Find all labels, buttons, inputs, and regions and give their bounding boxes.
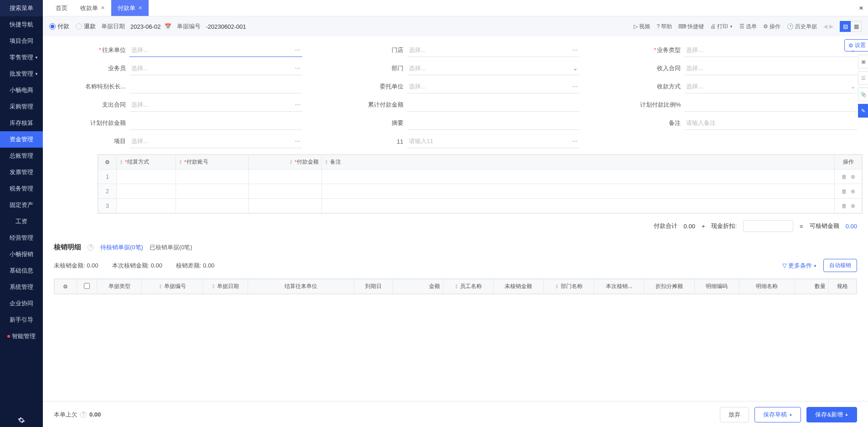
sidebar-item-reimburse[interactable]: 小畅报销 bbox=[0, 246, 43, 262]
shortcut-button[interactable]: ⌨快捷键 bbox=[678, 23, 704, 31]
sidebar-item-search[interactable]: 搜索菜单 bbox=[0, 0, 43, 16]
table-row[interactable]: 1🗑⊕ bbox=[98, 170, 862, 184]
radio-refund[interactable]: 退款 bbox=[76, 22, 96, 31]
accpay-input[interactable] bbox=[407, 98, 580, 112]
more-icon[interactable]: ⋯ bbox=[295, 138, 300, 144]
save-draft-button[interactable]: 保存草稿▲ bbox=[754, 407, 801, 422]
add-row-icon[interactable]: ⊕ bbox=[851, 188, 855, 195]
sidebar-item-system[interactable]: 系统管理 bbox=[0, 279, 43, 295]
sidebar-item-salary[interactable]: 工资 bbox=[0, 213, 43, 230]
sidebar-item-business[interactable]: 经营管理 bbox=[0, 230, 43, 246]
sidebar-item-wholesale[interactable]: 批发管理▼ bbox=[0, 66, 43, 82]
dept-input[interactable] bbox=[407, 62, 580, 75]
rail-btn-1[interactable]: ▣ bbox=[858, 55, 868, 68]
content-scroll[interactable]: ⚙设置 *往来单位⋯ 门店⋯ *业务类型⌄ 业务员⋯ 部门⌄ 收入合同 名称特别… bbox=[43, 36, 868, 427]
add-row-icon[interactable]: ⊕ bbox=[851, 203, 855, 209]
option-button[interactable]: ☰选单 bbox=[739, 23, 757, 31]
more-icon[interactable]: ⋯ bbox=[572, 138, 578, 144]
table-gear-icon[interactable]: ⚙ bbox=[105, 159, 110, 165]
summary-input[interactable] bbox=[407, 116, 580, 130]
tab-pending-writeoff[interactable]: 待核销单据(0笔) bbox=[100, 243, 143, 252]
sort-icon[interactable]: ▲▼ bbox=[555, 284, 559, 289]
sort-icon[interactable]: ▲▼ bbox=[289, 159, 293, 165]
planamt-input[interactable] bbox=[129, 116, 302, 130]
delete-icon[interactable]: 🗑 bbox=[842, 174, 847, 180]
sort-icon[interactable]: ▲▼ bbox=[179, 159, 182, 165]
tab-payment[interactable]: 付款单✕ bbox=[111, 0, 149, 16]
calendar-icon[interactable]: 📅 bbox=[165, 23, 171, 30]
more-icon[interactable]: ⋯ bbox=[572, 47, 578, 53]
radio-pay[interactable]: 付款 bbox=[49, 22, 69, 31]
delete-icon[interactable]: 🗑 bbox=[842, 188, 847, 195]
table-row[interactable]: 2🗑⊕ bbox=[98, 184, 862, 199]
sidebar-item-ecommerce[interactable]: 小畅电商 bbox=[0, 82, 43, 98]
more-icon[interactable]: ⋯ bbox=[295, 102, 300, 108]
sidebar-item-invoice[interactable]: 发票管理 bbox=[0, 164, 43, 180]
tab-home[interactable]: 首页 bbox=[49, 0, 74, 16]
sort-icon[interactable]: ▲▼ bbox=[159, 284, 162, 289]
rail-btn-4[interactable]: ✎ bbox=[858, 104, 868, 118]
print-button[interactable]: 🖨打印▼ bbox=[710, 23, 733, 31]
sidebar-item-contract[interactable]: 项目合同 bbox=[0, 33, 43, 49]
salesman-input[interactable] bbox=[129, 62, 302, 75]
more-icon[interactable]: ⋯ bbox=[295, 47, 300, 53]
income-contract-input[interactable] bbox=[684, 62, 857, 75]
expcontract-input[interactable] bbox=[129, 98, 302, 112]
view-compact-button[interactable]: ▦ bbox=[851, 21, 862, 32]
chevron-down-icon[interactable]: ⌄ bbox=[851, 47, 855, 53]
store-input[interactable] bbox=[407, 43, 580, 57]
sidebar-item-quicknav[interactable]: 快捷导航 bbox=[0, 16, 43, 33]
auto-writeoff-button[interactable]: 自动核销 bbox=[823, 259, 857, 272]
table-row[interactable]: 3🗑⊕ bbox=[98, 199, 862, 213]
next-doc-icon[interactable]: ▶ bbox=[829, 23, 833, 30]
delete-icon[interactable]: 🗑 bbox=[842, 203, 847, 209]
biztype-input[interactable] bbox=[684, 43, 857, 57]
eleven-input[interactable] bbox=[407, 134, 580, 148]
save-new-button[interactable]: 保存&新增▲ bbox=[806, 407, 857, 422]
more-filter-button[interactable]: ▽更多条件▲ bbox=[782, 262, 817, 270]
more-icon[interactable]: ⋯ bbox=[295, 65, 300, 72]
entrust-input[interactable] bbox=[407, 80, 580, 93]
help-button[interactable]: ?帮助 bbox=[656, 23, 672, 31]
sidebar-item-basic[interactable]: 基础信息 bbox=[0, 262, 43, 279]
chevron-down-icon[interactable]: ⌄ bbox=[851, 83, 855, 90]
table-gear-icon[interactable]: ⚙ bbox=[63, 283, 68, 290]
tab-done-writeoff[interactable]: 已核销单据(0笔) bbox=[150, 243, 192, 252]
operate-button[interactable]: ⚙操作 bbox=[763, 23, 780, 31]
sidebar-item-asset[interactable]: 固定资产 bbox=[0, 197, 43, 213]
history-button[interactable]: 🕑历史单据 bbox=[787, 23, 817, 31]
recvmethod-input[interactable] bbox=[684, 80, 857, 93]
select-all-checkbox[interactable] bbox=[84, 283, 90, 289]
doc-date-value[interactable]: 2023-06-02 bbox=[130, 23, 161, 30]
project-input[interactable] bbox=[129, 134, 302, 148]
cash-discount-input[interactable] bbox=[743, 220, 793, 232]
close-icon[interactable]: ✕ bbox=[101, 5, 105, 11]
sort-icon[interactable]: ▲▼ bbox=[119, 159, 123, 165]
close-icon[interactable]: ✕ bbox=[138, 5, 142, 11]
sidebar-item-ledger[interactable]: 总账管理 bbox=[0, 148, 43, 164]
sidebar-item-tax[interactable]: 税务管理 bbox=[0, 180, 43, 197]
sort-icon[interactable]: ▲▼ bbox=[455, 284, 458, 289]
sort-icon[interactable]: ▲▼ bbox=[212, 284, 215, 289]
sidebar-item-guide[interactable]: 新手引导 bbox=[0, 312, 43, 328]
help-icon[interactable]: ? bbox=[80, 412, 87, 418]
chevron-down-icon[interactable]: ⌄ bbox=[573, 65, 578, 72]
video-button[interactable]: ▷视频 bbox=[634, 23, 650, 31]
add-row-icon[interactable]: ⊕ bbox=[851, 174, 855, 180]
remark-input[interactable] bbox=[684, 116, 857, 130]
discard-button[interactable]: 放弃 bbox=[720, 407, 749, 422]
sidebar-item-finance[interactable]: 资金管理 bbox=[0, 131, 43, 148]
planpct-input[interactable] bbox=[684, 98, 857, 112]
help-icon[interactable]: ? bbox=[88, 244, 94, 251]
writeoff-detail-table[interactable]: ⚙ 单据类型 ▲▼单据编号 ▲▼单据日期 结算往来单位 到期日 金额 ▲▼员工名… bbox=[54, 278, 857, 294]
sort-icon[interactable]: ▲▼ bbox=[325, 159, 328, 165]
sidebar-item-purchase[interactable]: 采购管理 bbox=[0, 98, 43, 115]
tabs-close-all[interactable]: ✕ bbox=[854, 0, 868, 16]
prev-doc-icon[interactable]: ◀ bbox=[823, 23, 827, 30]
more-icon[interactable]: ⋯ bbox=[572, 83, 578, 90]
sidebar-item-ai[interactable]: 智能管理 bbox=[0, 328, 43, 345]
sidebar-item-retail[interactable]: 零售管理▼ bbox=[0, 49, 43, 66]
longname-input[interactable] bbox=[129, 80, 302, 93]
sidebar-item-inventory[interactable]: 库存核算 bbox=[0, 115, 43, 131]
sidebar-item-collab[interactable]: 企业协同 bbox=[0, 295, 43, 312]
